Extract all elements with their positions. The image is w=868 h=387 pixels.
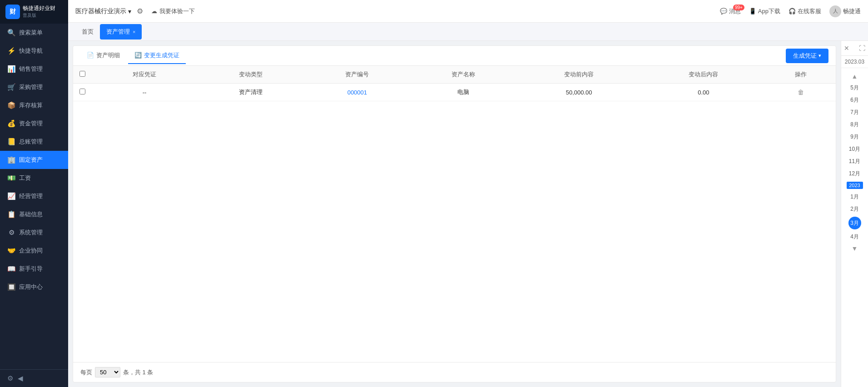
tab-close-icon[interactable]: × xyxy=(133,29,135,35)
table-row: -- 资产清理 000001 电脑 50,000.00 0.00 🗑 xyxy=(73,84,836,101)
sidebar-item-system[interactable]: ⚙系统管理 xyxy=(0,223,68,242)
row-checkbox[interactable] xyxy=(79,89,85,94)
tab-bar: 首页 资产管理 × xyxy=(68,23,868,41)
company-name: 医疗器械行业演示 xyxy=(75,7,126,15)
sidebar-item-quick-nav[interactable]: ⚡快捷导航 xyxy=(0,42,68,60)
total-label: 条，共 1 条 xyxy=(123,368,153,377)
fixed-assets-icon: 🏢 xyxy=(7,156,15,164)
page-size-prefix-label: 每页 xyxy=(80,368,92,377)
right-panel: ✕ ⛶ 2023.03 ▲5月6月7月8月9月10月11月12月20231月2月… xyxy=(841,41,868,387)
row-before: 50,000.00 xyxy=(517,84,641,101)
sidebar-item-app-center[interactable]: 🔲应用中心 xyxy=(0,278,68,296)
app-download-btn[interactable]: 📱 App下载 xyxy=(749,7,780,15)
timeline-up-arrow[interactable]: ▲ xyxy=(841,71,868,82)
trial-btn[interactable]: ☁ 我要体验一下 xyxy=(151,7,195,15)
timeline-month[interactable]: 7月 xyxy=(841,106,868,119)
row-voucher: -- xyxy=(91,84,198,101)
change-voucher-icon: 🔄 xyxy=(134,52,142,59)
sidebar-item-purchase[interactable]: 🛒采购管理 xyxy=(0,78,68,96)
col-before: 变动前内容 xyxy=(517,66,641,84)
sidebar-item-basic-info[interactable]: 📋基础信息 xyxy=(0,205,68,223)
sidebar-collapse-icon[interactable]: ◀ xyxy=(18,374,23,382)
timeline-year-label: 2023 xyxy=(847,182,863,189)
row-change-type: 资产清理 xyxy=(198,84,304,101)
sidebar-item-sales[interactable]: 📊销售管理 xyxy=(0,60,68,78)
sub-tab-change-voucher[interactable]: 🔄 变更生成凭证 xyxy=(128,48,186,64)
purchase-label: 采购管理 xyxy=(19,83,43,91)
service-icon: 🎧 xyxy=(789,8,796,15)
timeline-month[interactable]: 5月 xyxy=(841,82,868,94)
timeline-month[interactable]: 8月 xyxy=(841,119,868,131)
timeline-month[interactable]: 2月 xyxy=(841,203,868,215)
timeline-month[interactable]: 3月 xyxy=(848,217,861,229)
sales-label: 销售管理 xyxy=(19,65,43,73)
timeline-month[interactable]: 4月 xyxy=(841,231,868,243)
user-profile[interactable]: 人 畅捷通 xyxy=(829,5,861,17)
sidebar-item-fixed-assets[interactable]: 🏢固定资产 xyxy=(0,151,68,169)
messages-badge: 99+ xyxy=(733,5,744,10)
right-panel-close-icon[interactable]: ✕ xyxy=(844,45,849,52)
timeline-month[interactable]: 9月 xyxy=(841,131,868,143)
timeline-month[interactable]: 6月 xyxy=(841,94,868,106)
sidebar-footer: ⚙ ◀ xyxy=(0,369,68,387)
table-select-all-cell xyxy=(73,66,91,84)
sidebar-item-enterprise[interactable]: 🤝企业协同 xyxy=(0,242,68,260)
right-panel-expand-icon[interactable]: ⛶ xyxy=(859,45,865,52)
select-all-checkbox[interactable] xyxy=(79,71,85,77)
col-after: 变动后内容 xyxy=(641,66,766,84)
timeline-month[interactable]: 10月 xyxy=(841,143,868,155)
app-icon: 📱 xyxy=(749,8,756,15)
sidebar-item-guide[interactable]: 📖新手引导 xyxy=(0,260,68,278)
fixed-assets-label: 固定资产 xyxy=(19,156,43,164)
sidebar-item-funds[interactable]: 💰资金管理 xyxy=(0,114,68,133)
sidebar-item-inventory[interactable]: 📦库存核算 xyxy=(0,96,68,114)
sidebar-item-operations[interactable]: 📈经营管理 xyxy=(0,187,68,205)
sidebar-item-payroll[interactable]: 💵工资 xyxy=(0,169,68,187)
avatar: 人 xyxy=(829,5,841,17)
sub-tab-asset-detail[interactable]: 📄 资产明细 xyxy=(80,48,126,64)
basic-info-icon: 📋 xyxy=(7,210,15,218)
cloud-icon: ☁ xyxy=(151,8,157,15)
content-main: 📄 资产明细 🔄 变更生成凭证 生成凭证 ▾ xyxy=(73,45,836,382)
ledger-icon: 📒 xyxy=(7,138,15,146)
sidebar-logo: 财 畅捷通好业财 普及版 xyxy=(0,0,68,24)
asset-detail-label: 资产明细 xyxy=(96,51,120,60)
timeline-month[interactable]: 1月 xyxy=(841,191,868,203)
sidebar-item-search[interactable]: 🔍搜索菜单 xyxy=(0,24,68,42)
sidebar: 财 畅捷通好业财 普及版 🔍搜索菜单⚡快捷导航📊销售管理🛒采购管理📦库存核算💰资… xyxy=(0,0,68,387)
guide-icon: 📖 xyxy=(7,265,15,273)
sidebar-item-ledger[interactable]: 📒总账管理 xyxy=(0,133,68,151)
col-action: 操作 xyxy=(766,66,836,84)
sidebar-settings-icon[interactable]: ⚙ xyxy=(7,374,13,382)
delete-icon[interactable]: 🗑 xyxy=(798,89,804,96)
company-selector[interactable]: 医疗器械行业演示 ▾ xyxy=(75,7,131,15)
system-icon: ⚙ xyxy=(7,228,15,237)
operations-icon: 📈 xyxy=(7,192,15,200)
enterprise-label: 企业协同 xyxy=(19,247,43,255)
timeline-down-arrow[interactable]: ▼ xyxy=(841,243,868,254)
sub-tabs: 📄 资产明细 🔄 变更生成凭证 生成凭证 ▾ xyxy=(73,46,836,66)
tab-asset-management[interactable]: 资产管理 × xyxy=(100,24,142,40)
system-label: 系统管理 xyxy=(19,228,43,237)
logo-icon: 财 xyxy=(5,5,20,19)
inventory-icon: 📦 xyxy=(7,101,15,109)
settings-icon[interactable]: ⚙ xyxy=(137,7,143,15)
sidebar-nav: 🔍搜索菜单⚡快捷导航📊销售管理🛒采购管理📦库存核算💰资金管理📒总账管理🏢固定资产… xyxy=(0,24,68,369)
row-checkbox-cell xyxy=(73,84,91,101)
payroll-label: 工资 xyxy=(19,174,31,182)
online-service-label: 在线客服 xyxy=(798,7,821,15)
page-size-select[interactable]: 50100200 xyxy=(95,367,120,377)
data-table: 对应凭证 变动类型 资产编号 资产名称 变动前内容 变动后内容 操作 -- 资产… xyxy=(73,66,836,101)
basic-info-label: 基础信息 xyxy=(19,210,43,218)
online-service-btn[interactable]: 🎧 在线客服 xyxy=(789,7,821,15)
messages-btn[interactable]: 💬 消息 99+ xyxy=(720,7,741,15)
operations-label: 经营管理 xyxy=(19,192,43,200)
col-change-type: 变动类型 xyxy=(198,66,304,84)
asset-detail-icon: 📄 xyxy=(87,52,94,59)
timeline-month[interactable]: 12月 xyxy=(841,168,868,180)
tab-home[interactable]: 首页 xyxy=(75,24,100,40)
generate-voucher-btn[interactable]: 生成凭证 ▾ xyxy=(786,49,828,63)
timeline-month[interactable]: 11月 xyxy=(841,155,868,168)
username: 畅捷通 xyxy=(843,7,861,15)
main-area: 医疗器械行业演示 ▾ ⚙ ☁ 我要体验一下 💬 消息 99+ 📱 App下载 🎧… xyxy=(68,0,868,387)
